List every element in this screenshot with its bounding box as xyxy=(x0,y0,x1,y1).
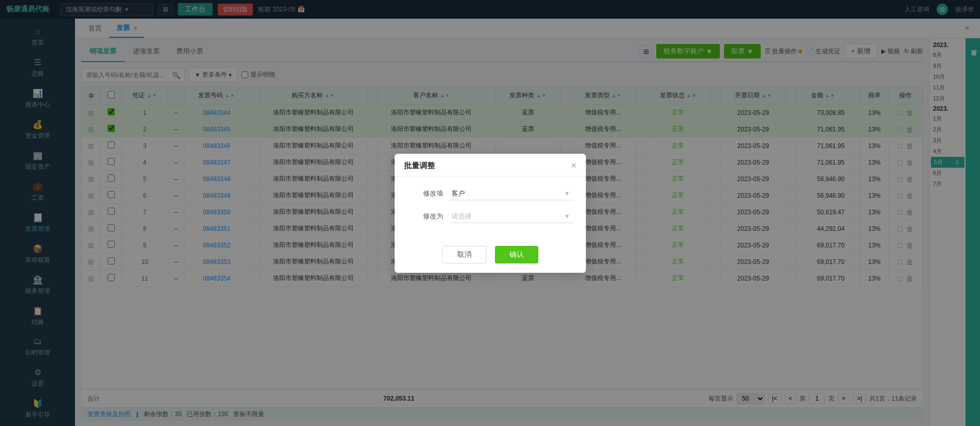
modify-value-select-wrap: 请选择 ▼ xyxy=(449,210,574,223)
modal-overlay: 批量调整 × 修改项 客户 ▼ 修改为 请选择 ▼ xyxy=(0,0,980,426)
modal-close-btn[interactable]: × xyxy=(571,161,577,170)
modal-header: 批量调整 × xyxy=(395,154,586,177)
modal-footer: 取消 确认 xyxy=(395,243,586,273)
modal-title: 批量调整 xyxy=(404,161,435,171)
modify-value-select[interactable]: 请选择 xyxy=(449,210,574,223)
modify-field-select[interactable]: 客户 xyxy=(449,187,574,200)
modal-body: 修改项 客户 ▼ 修改为 请选择 ▼ xyxy=(395,177,586,243)
modify-field-row: 修改项 客户 ▼ xyxy=(407,187,574,200)
batch-adjust-modal: 批量调整 × 修改项 客户 ▼ 修改为 请选择 ▼ xyxy=(395,154,586,273)
modify-field-select-wrap: 客户 ▼ xyxy=(449,187,574,200)
modify-value-row: 修改为 请选择 ▼ xyxy=(407,210,574,223)
modify-field-label: 修改项 xyxy=(407,189,443,198)
cancel-btn[interactable]: 取消 xyxy=(442,246,487,263)
modify-value-label: 修改为 xyxy=(407,212,443,221)
confirm-btn[interactable]: 确认 xyxy=(495,246,538,263)
